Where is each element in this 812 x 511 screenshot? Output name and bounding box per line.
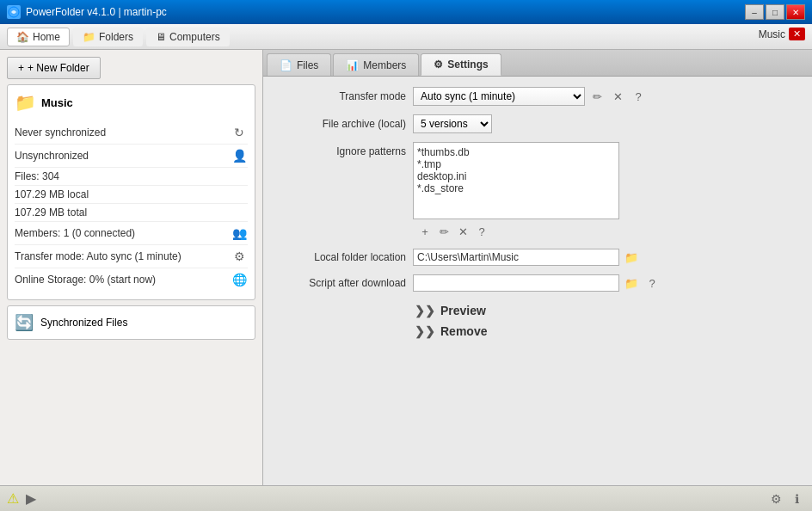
title-text: PowerFolder v4.1.0 | martin-pc bbox=[26, 6, 167, 18]
members-row: Members: 1 (0 connected) 👥 bbox=[15, 222, 248, 245]
ignore-patterns-label: Ignore patterns bbox=[277, 142, 406, 157]
unsync-row: Unsynchronized 👤 bbox=[15, 145, 248, 168]
transfer-mode-setting: Transfer mode Auto sync (1 minute) Manua… bbox=[277, 87, 798, 106]
transfer-mode-row: Transfer mode: Auto sync (1 minute) ⚙ bbox=[15, 245, 248, 268]
tab-folders[interactable]: 📁 Folders bbox=[73, 28, 143, 46]
new-folder-button[interactable]: + + New Folder bbox=[7, 57, 101, 79]
folder-card: 📁 Music Never synchronized ↻ Unsynchroni… bbox=[7, 84, 255, 300]
local-folder-setting: Local folder location 📁 bbox=[277, 249, 798, 266]
sync-status-row: Never synchronized ↻ bbox=[15, 121, 248, 145]
settings-content: Transfer mode Auto sync (1 minute) Manua… bbox=[263, 77, 812, 485]
left-panel: + + New Folder 📁 Music Never synchronize… bbox=[0, 50, 263, 485]
file-archive-setting: File archive (local) 5 versions 10 versi… bbox=[277, 114, 798, 133]
edit-pattern-button[interactable]: ✏ bbox=[435, 223, 452, 240]
ignore-patterns-textarea[interactable]: *thumbs.db *.tmp desktop.ini *.ds_store bbox=[413, 142, 619, 219]
main-area: + + New Folder 📁 Music Never synchronize… bbox=[0, 50, 812, 485]
play-icon[interactable]: ▶ bbox=[26, 490, 36, 507]
members-icon: 👥 bbox=[231, 225, 248, 242]
tab-home[interactable]: 🏠 Home bbox=[7, 28, 70, 46]
title-bar: PowerFolder v4.1.0 | martin-pc – □ ✕ bbox=[0, 0, 812, 24]
help-pattern-button[interactable]: ? bbox=[473, 223, 490, 240]
help-transfer-button[interactable]: ? bbox=[630, 88, 647, 105]
folder-header: 📁 Music bbox=[15, 92, 248, 113]
remove-link[interactable]: ❯❯ Remove bbox=[415, 321, 798, 342]
total-size-row: 107.29 MB total bbox=[15, 204, 248, 222]
status-settings-button[interactable]: ⚙ bbox=[767, 490, 784, 508]
transfer-mode-select[interactable]: Auto sync (1 minute) Manual sync Backup … bbox=[413, 87, 585, 106]
local-folder-input[interactable] bbox=[413, 249, 619, 266]
help-script-button[interactable]: ? bbox=[643, 274, 661, 292]
status-bar: ⚠ ▶ ⚙ ℹ bbox=[0, 485, 812, 511]
status-left: ⚠ ▶ bbox=[7, 490, 36, 507]
folder-name: Music bbox=[41, 96, 73, 109]
settings-tab-icon: ⚙ bbox=[434, 58, 443, 71]
current-folder-badge: Music ✕ bbox=[759, 28, 805, 40]
action-links: ❯❯ Preview ❯❯ Remove bbox=[415, 300, 798, 342]
script-download-setting: Script after download 📁 ? bbox=[277, 274, 798, 292]
remove-chevron-icon: ❯❯ bbox=[415, 324, 435, 338]
status-right: ⚙ ℹ bbox=[767, 490, 805, 508]
music-folder-icon: 📁 bbox=[15, 92, 36, 113]
window-controls[interactable]: – □ ✕ bbox=[745, 4, 805, 20]
computer-icon: 🖥 bbox=[156, 31, 166, 43]
tab-computers[interactable]: 🖥 Computers bbox=[146, 28, 230, 46]
files-count-row: Files: 304 bbox=[15, 168, 248, 186]
online-storage-row: Online Storage: 0% (start now) 🌐 bbox=[15, 268, 248, 291]
ignore-patterns-toolbar: + ✏ ✕ ? bbox=[416, 223, 490, 240]
local-size-row: 107.29 MB local bbox=[15, 186, 248, 204]
home-icon: 🏠 bbox=[16, 31, 29, 43]
add-pattern-button[interactable]: + bbox=[416, 223, 434, 240]
script-download-input[interactable] bbox=[413, 274, 619, 292]
file-archive-label: File archive (local) bbox=[277, 118, 406, 130]
warning-icon: ⚠ bbox=[7, 490, 19, 507]
folder-info: Never synchronized ↻ Unsynchronized 👤 Fi… bbox=[15, 120, 248, 292]
preview-link[interactable]: ❯❯ Preview bbox=[415, 300, 798, 321]
ignore-patterns-setting: Ignore patterns *thumbs.db *.tmp desktop… bbox=[277, 142, 798, 240]
preview-chevron-icon: ❯❯ bbox=[415, 304, 435, 317]
close-folder-button[interactable]: ✕ bbox=[789, 28, 805, 40]
browse-folder-button[interactable]: 📁 bbox=[623, 249, 640, 266]
tab-settings[interactable]: ⚙ Settings bbox=[421, 53, 501, 76]
globe-icon: 🌐 bbox=[231, 271, 248, 288]
transfer-mode-label: Transfer mode bbox=[277, 90, 406, 102]
file-archive-select[interactable]: 5 versions 10 versions No archive bbox=[413, 114, 492, 133]
minimize-button[interactable]: – bbox=[745, 4, 764, 20]
local-folder-label: Local folder location bbox=[277, 251, 406, 263]
right-panel: 📄 Files 📊 Members ⚙ Settings Transfer mo… bbox=[263, 50, 812, 485]
maximize-button[interactable]: □ bbox=[766, 4, 784, 20]
files-icon: 📄 bbox=[280, 59, 292, 71]
sync-files-label: Synchronized Files bbox=[40, 317, 127, 329]
status-info-button[interactable]: ℹ bbox=[788, 490, 805, 508]
sync-files-icon: 🔄 bbox=[15, 313, 34, 332]
tab-files[interactable]: 📄 Files bbox=[267, 53, 331, 76]
gear-icon: ⚙ bbox=[231, 248, 248, 265]
close-button[interactable]: ✕ bbox=[786, 4, 805, 20]
bar-chart-icon: 📊 bbox=[346, 59, 359, 71]
script-download-label: Script after download bbox=[277, 277, 406, 289]
right-tab-bar: 📄 Files 📊 Members ⚙ Settings bbox=[263, 50, 812, 77]
synchronized-files-card[interactable]: 🔄 Synchronized Files bbox=[7, 305, 255, 340]
browse-script-button[interactable]: 📁 bbox=[623, 274, 640, 292]
menu-bar: 🏠 Home 📁 Folders 🖥 Computers Music ✕ bbox=[0, 24, 812, 50]
folder-icon: 📁 bbox=[83, 31, 95, 43]
delete-pattern-button[interactable]: ✕ bbox=[454, 223, 471, 240]
sync-icon: ↻ bbox=[231, 124, 248, 141]
plus-icon: + bbox=[18, 62, 24, 74]
delete-transfer-button[interactable]: ✕ bbox=[609, 88, 626, 105]
app-icon bbox=[7, 5, 21, 19]
edit-transfer-button[interactable]: ✏ bbox=[588, 88, 606, 105]
unsync-icon: 👤 bbox=[231, 147, 248, 164]
tab-members[interactable]: 📊 Members bbox=[333, 53, 419, 76]
